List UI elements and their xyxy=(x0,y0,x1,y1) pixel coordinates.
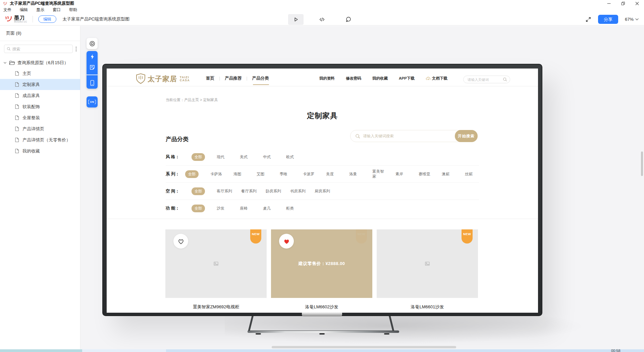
filter-option[interactable]: 全部 xyxy=(192,153,205,161)
page-label: 软装配饰 xyxy=(22,104,40,110)
menu-item[interactable]: 窗口 xyxy=(53,7,61,13)
filter-option[interactable]: 座椅 xyxy=(240,206,254,211)
filter-option[interactable]: 餐厅系列 xyxy=(241,189,257,194)
filter-option[interactable]: 书房系列 xyxy=(290,189,306,194)
favorite-button[interactable] xyxy=(173,234,188,249)
filter-option[interactable]: 全部 xyxy=(192,205,205,212)
tv-stand-base xyxy=(248,331,399,333)
horizontal-scrollbar-thumb[interactable] xyxy=(272,346,456,348)
filter-option[interactable]: 欧式 xyxy=(286,155,300,160)
filter-option[interactable]: 美度 xyxy=(326,172,340,177)
filter-option[interactable]: 现代 xyxy=(217,155,231,160)
code-icon xyxy=(319,16,325,23)
notes-button[interactable] xyxy=(90,64,95,70)
new-badge: NEW xyxy=(462,229,473,244)
filter-option[interactable]: 置美智家 xyxy=(372,169,386,179)
focus-target-button[interactable] xyxy=(87,38,98,49)
chevron-down-icon xyxy=(635,18,639,20)
document-title: 太子家居产品PC端查询系统原型图 xyxy=(62,16,129,22)
comment-button[interactable] xyxy=(340,14,356,25)
page-row[interactable]: 产品详情页 xyxy=(0,123,80,134)
filter-option[interactable]: 客厅系列 xyxy=(217,189,232,194)
filter-option[interactable]: 中式 xyxy=(263,155,277,160)
user-nav-item[interactable]: 修改密码 xyxy=(346,76,361,81)
folder-row[interactable]: 查询系统原型（6月15日） xyxy=(0,58,80,68)
pages-header: 页面 (8) xyxy=(0,26,80,41)
user-nav-item[interactable]: APP下载 xyxy=(399,76,415,81)
product-grid: NEW 置美智家ZM9692电视柜 xyxy=(165,229,478,310)
product-card[interactable]: NEW 置美智家ZM9692电视柜 xyxy=(165,229,267,310)
menu-item[interactable]: 编辑 xyxy=(20,7,28,13)
user-nav-item[interactable]: 我的资料 xyxy=(319,76,335,81)
page-row[interactable]: 成品家具 xyxy=(0,90,80,101)
page-row[interactable]: 全屋整装 xyxy=(0,112,80,123)
filter-option[interactable]: 洛曼 xyxy=(349,172,363,177)
filter-option[interactable]: 赛维亚 xyxy=(419,172,433,177)
filter-option[interactable]: 素岸 xyxy=(395,172,410,177)
sidebar-search-box[interactable] xyxy=(4,45,73,53)
user-nav-item[interactable]: 文档下载 xyxy=(426,76,447,81)
user-nav: 我的资料 修改密码 我的收藏 APP下载 xyxy=(319,69,447,86)
user-nav-item[interactable]: 我的收藏 xyxy=(372,76,388,81)
share-button[interactable]: 分享 xyxy=(598,15,618,24)
more-options-icon[interactable] xyxy=(75,46,77,52)
modao-logo-icon xyxy=(5,15,13,23)
restore-button[interactable] xyxy=(616,0,630,7)
flash-button[interactable] xyxy=(90,54,95,60)
filter-option[interactable]: 全部 xyxy=(192,187,205,195)
menu-item[interactable]: 显示 xyxy=(36,7,44,13)
device-preview-button[interactable] xyxy=(90,80,95,86)
page-row[interactable]: 主页 xyxy=(0,68,80,79)
image-placeholder-icon xyxy=(425,262,430,266)
menu-item[interactable]: 文件 xyxy=(3,7,11,13)
zoom-value: 67% xyxy=(625,17,634,22)
favorite-button[interactable] xyxy=(279,234,294,249)
code-view-button[interactable] xyxy=(314,14,330,25)
modao-logo-text: 墨刀 xyxy=(14,15,27,20)
product-card[interactable]: NEW 建议零售价：¥2888.00 洛曼LM6602沙发 xyxy=(271,229,372,310)
product-name: 洛曼LM6602沙发 xyxy=(271,304,372,310)
page-row[interactable]: 产品详情页（无零售价） xyxy=(0,134,80,145)
zoom-control[interactable]: 67% xyxy=(625,17,639,22)
filter-option[interactable]: 海图 xyxy=(233,172,248,177)
header-search-input[interactable] xyxy=(468,78,503,82)
filter-option[interactable]: 厨房系列 xyxy=(315,189,330,194)
page-icon xyxy=(15,93,19,98)
start-search-button[interactable]: 开始搜索 xyxy=(455,130,478,142)
menu-item[interactable]: 帮助 xyxy=(69,7,77,13)
filter-option[interactable]: 美式 xyxy=(240,155,254,160)
filter-option[interactable]: 沙发 xyxy=(217,206,231,211)
modao-logo[interactable]: 墨刀 MODAO.CC xyxy=(5,15,27,23)
filter-option[interactable]: 桌几 xyxy=(263,206,277,211)
page-row[interactable]: 我的收藏 xyxy=(0,145,80,157)
filter-option[interactable]: 卧房系列 xyxy=(266,189,281,194)
keyword-search-box[interactable]: 开始搜索 xyxy=(350,130,478,142)
site-nav-item[interactable]: 产品推荐 xyxy=(214,76,241,81)
product-card[interactable]: NEW 洛曼LM6601沙发 xyxy=(377,229,478,310)
filter-option[interactable]: 丝婼 xyxy=(465,172,479,177)
auto-screen-on-button[interactable]: ON xyxy=(87,96,98,107)
filter-option[interactable]: 卡萨洛 xyxy=(210,172,224,177)
filter-option[interactable]: 柜类 xyxy=(286,206,300,211)
sidebar-search-input[interactable] xyxy=(12,47,70,51)
site-nav-item[interactable]: 首页 xyxy=(206,76,214,81)
filter-option[interactable]: 全部 xyxy=(185,170,199,178)
filter-option[interactable]: 卡派罗 xyxy=(303,172,317,177)
filter-option[interactable]: 季唯 xyxy=(280,172,294,177)
new-badge: NEW xyxy=(250,229,261,244)
vertical-scrollbar-thumb[interactable] xyxy=(641,151,643,176)
close-button[interactable] xyxy=(630,0,644,7)
preview-play-button[interactable] xyxy=(288,14,304,25)
filter-option[interactable]: 艾图 xyxy=(257,172,271,177)
page-row[interactable]: 定制家具 xyxy=(0,79,80,90)
fullscreen-button[interactable] xyxy=(585,16,591,23)
page-row[interactable]: 软装配饰 xyxy=(0,101,80,112)
edit-button[interactable]: 编辑 xyxy=(38,15,56,23)
page-label: 主页 xyxy=(22,71,31,77)
site-nav-item[interactable]: 产品分类 xyxy=(241,76,269,81)
header-search-box[interactable] xyxy=(463,76,510,83)
site-logo[interactable]: 太子家居 TAIZI CASA xyxy=(136,73,190,84)
minimize-button[interactable] xyxy=(602,0,616,7)
filter-label: 系 列： xyxy=(166,171,181,177)
filter-option[interactable]: 澳婼 xyxy=(442,172,456,177)
